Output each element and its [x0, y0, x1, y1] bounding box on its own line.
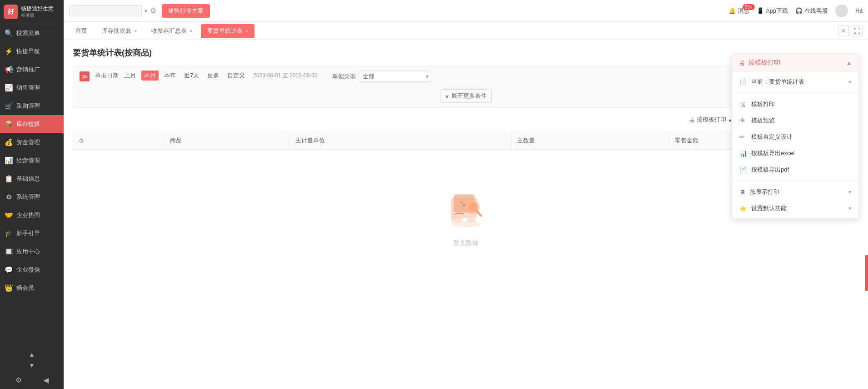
dropdown-section-expandable: 🖥 按显示打印 ▾ ⭐ 设置默认功能 ▾	[732, 182, 858, 218]
dropdown-item-模板打印[interactable]: 🖨模板打印	[732, 96, 858, 112]
sidebar-item-基础信息[interactable]: 📋基础信息	[0, 170, 64, 188]
dropdown-set-default[interactable]: ⭐ 设置默认功能 ▾	[732, 200, 858, 217]
headset-icon: 🎧	[795, 7, 803, 14]
sidebar-footer: ⚙ ◀	[0, 371, 64, 389]
date-btn-7days[interactable]: 近7天	[181, 71, 202, 81]
sidebar-item-快捷导航[interactable]: ⚡快捷导航	[0, 42, 64, 61]
tab-close-button[interactable]: ×	[838, 25, 849, 36]
date-filter-label: 单据日期	[95, 71, 119, 80]
svg-point-6	[463, 204, 465, 206]
nav-icon: ⚡	[5, 47, 13, 56]
order-type-select[interactable]: 全部 要货单	[359, 71, 431, 82]
tab-order-stats-close[interactable]: ×	[245, 28, 248, 34]
dropdown-item-label: 按模板导出excel	[751, 149, 794, 157]
sidebar-item-销售管理[interactable]: 📈销售管理	[0, 79, 64, 97]
nav-label: 搜索菜单	[16, 29, 40, 37]
sidebar-item-畅会员[interactable]: 👑畅会员	[0, 279, 64, 297]
nav-icon: 📊	[5, 157, 13, 165]
messages-item[interactable]: 🔔 消息 99+	[728, 7, 749, 15]
nav-icon: 🛒	[5, 102, 13, 110]
dropdown-chevron-up-icon: ▲	[846, 59, 852, 66]
nav-icon: 👑	[5, 284, 13, 292]
sidebar-item-企业协同[interactable]: 🤝企业协同	[0, 206, 64, 224]
date-btn-this-year[interactable]: 本年	[161, 71, 179, 81]
online-service-item[interactable]: 🎧 在线客服	[795, 7, 828, 15]
dropdown-item-label: 模板预览	[751, 116, 775, 125]
dropdown-set-default-left: ⭐ 设置默认功能	[739, 204, 787, 212]
dropdown-header-left: 🖨 按模板打印	[738, 59, 780, 67]
expand-more-button[interactable]: ∨ 展开更多条件	[440, 89, 492, 103]
nav-label: 销售管理	[16, 84, 40, 92]
sidebar-item-经营管理[interactable]: 📊经营管理	[0, 152, 64, 170]
date-btn-this-month[interactable]: 本月	[141, 71, 159, 81]
nav-label: 采购管理	[16, 102, 40, 110]
search-chevron-icon[interactable]: ▾	[145, 8, 147, 14]
dropdown-item-模板自定义设计[interactable]: ✏模板自定义设计	[732, 129, 858, 145]
print-button[interactable]: 🖨 按模板打印 ▲	[685, 114, 736, 126]
sidebar-item-应用中心[interactable]: 🔲应用中心	[0, 242, 64, 261]
tab-summary[interactable]: 收发存汇总表 ×	[145, 24, 199, 38]
empty-icon	[443, 186, 489, 232]
logo-icon: 好	[4, 5, 18, 19]
col-quantity-header: 主数量	[511, 132, 669, 150]
nav-label: 经营管理	[16, 157, 40, 165]
sidebar-item-采购管理[interactable]: 🛒采购管理	[0, 97, 64, 115]
sidebar: 好 畅捷通好生意 标准版 🔍搜索菜单⚡快捷导航📢营销推广📈销售管理🛒采购管理📦库…	[0, 0, 64, 389]
dropdown-current-label: 当前：要货单统计表	[751, 78, 804, 86]
sidebar-nav: 🔍搜索菜单⚡快捷导航📢营销推广📈销售管理🛒采购管理📦库存核算💰资金管理📊经营管理…	[0, 24, 64, 349]
tab-summary-close[interactable]: ×	[190, 28, 192, 34]
dropdown-current-icon: 📄	[739, 79, 747, 86]
filter-expand-button[interactable]: ≫	[80, 71, 90, 81]
tab-summary-label: 收发存汇总表	[151, 27, 187, 35]
sidebar-item-搜索菜单[interactable]: 🔍搜索菜单	[0, 24, 64, 42]
dropdown-item-icon: 📊	[739, 150, 747, 157]
tab-inventory-batch-close[interactable]: ×	[134, 28, 137, 34]
table-settings-icon[interactable]: ⚙	[79, 137, 84, 144]
app-download-item[interactable]: 📱 App下载	[757, 7, 788, 15]
search-area: ▾ ⚙	[69, 5, 158, 16]
dropdown-item-按模板导出pdf[interactable]: 📄按模板导出pdf	[732, 162, 858, 178]
dropdown-title: 按模板打印	[748, 59, 780, 67]
dropdown-print-icon: 🖨	[738, 59, 745, 66]
dropdown-default-icon: ⭐	[739, 205, 747, 212]
date-btn-custom[interactable]: 自定义	[224, 71, 248, 81]
sidebar-item-新手引导[interactable]: 🎓新手引导	[0, 224, 64, 242]
sidebar-scroll-up[interactable]: ▲	[0, 349, 64, 360]
app-download-label: App下载	[766, 7, 788, 15]
nav-icon: 📋	[5, 175, 13, 183]
sidebar-item-资金管理[interactable]: 💰资金管理	[0, 133, 64, 152]
dropdown-section-items: 🖨模板打印👁模板预览✏模板自定义设计📊按模板导出excel📄按模板导出pdf	[732, 94, 858, 180]
tab-inventory-batch[interactable]: 库存批次账 ×	[95, 24, 143, 38]
dropdown-current-template[interactable]: 📄 当前：要货单统计表 ▾	[732, 74, 858, 90]
nav-label: 新手引导	[16, 229, 40, 237]
tab-order-stats[interactable]: 要货单统计表 ×	[201, 24, 254, 38]
audio-icon[interactable]: ◀	[43, 376, 49, 384]
dropdown-header[interactable]: 🖨 按模板打印 ▲	[732, 54, 858, 72]
sidebar-scroll-down[interactable]: ▼	[0, 360, 64, 371]
dropdown-default-label: 设置默认功能	[751, 204, 787, 212]
dropdown-display-icon: 🖥	[739, 189, 745, 196]
trial-button[interactable]: 体验行业方案	[162, 4, 210, 18]
sidebar-item-库存核算[interactable]: 📦库存核算	[0, 115, 64, 133]
topbar-gear-icon[interactable]: ⚙	[150, 6, 156, 15]
dropdown-item-按模板导出excel[interactable]: 📊按模板导出excel	[732, 145, 858, 162]
app-logo: 好 畅捷通好生意 标准版	[0, 0, 64, 24]
tab-home[interactable]: 首页	[69, 24, 94, 38]
dropdown-item-icon: 🖨	[739, 101, 747, 108]
messages-badge: 99+	[743, 4, 755, 10]
dropdown-display-print[interactable]: 🖥 按显示打印 ▾	[732, 184, 858, 200]
print-dropdown-menu: 🖨 按模板打印 ▲ 📄 当前：要货单统计表 ▾ 🖨模板打印👁模板预览✏模板自定义…	[732, 54, 859, 219]
sidebar-item-系统管理[interactable]: ⚙系统管理	[0, 188, 64, 206]
user-avatar[interactable]	[835, 5, 848, 17]
sidebar-item-企业微信[interactable]: 💬企业微信	[0, 261, 64, 279]
sidebar-item-营销推广[interactable]: 📢营销推广	[0, 61, 64, 79]
date-btn-last-month[interactable]: 上月	[121, 71, 139, 81]
search-input[interactable]	[69, 5, 142, 16]
dropdown-item-模板预览[interactable]: 👁模板预览	[732, 112, 858, 129]
nav-icon: 📈	[5, 84, 13, 92]
tab-expand-button[interactable]: ⛶	[852, 25, 863, 36]
online-service-label: 在线客服	[804, 7, 828, 15]
date-btn-more[interactable]: 更多	[205, 71, 222, 81]
dropdown-default-chevron: ▾	[848, 205, 851, 212]
settings-icon[interactable]: ⚙	[15, 376, 22, 384]
